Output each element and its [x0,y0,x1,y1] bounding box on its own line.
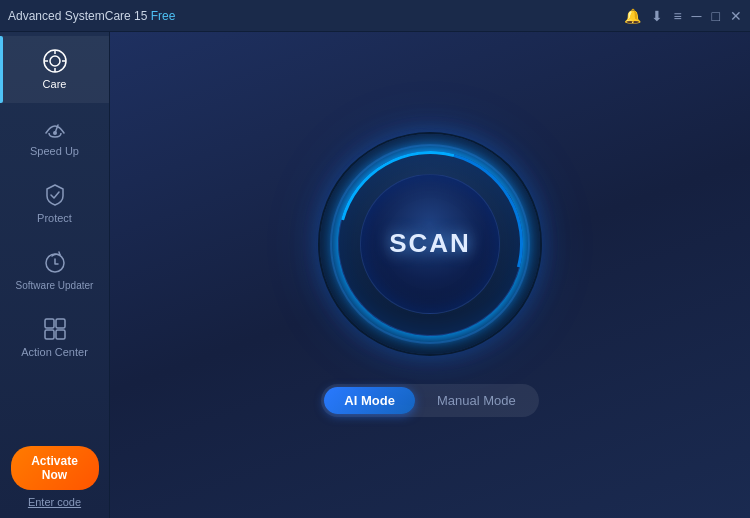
app-title: Advanced SystemCare 15 [8,9,147,23]
scan-ring-middle: SCAN [338,151,523,336]
software-updater-label: Software Updater [16,280,94,292]
action-center-icon [42,316,68,342]
mode-toggle: AI Mode Manual Mode [321,384,538,417]
main-layout: Care Speed Up Protect [0,32,750,518]
care-label: Care [43,78,67,91]
sidebar-item-action-center[interactable]: Action Center [0,304,109,371]
scan-inner: SCAN [360,174,500,314]
close-icon[interactable]: ✕ [730,8,742,24]
activate-now-button[interactable]: Activate Now [11,446,99,490]
svg-point-1 [50,56,60,66]
minimize-icon[interactable]: ─ [692,8,702,24]
titlebar-controls: 🔔 ⬇ ≡ ─ □ ✕ [624,8,742,24]
svg-rect-8 [45,319,54,328]
enter-code-link[interactable]: Enter code [28,496,81,508]
active-indicator [0,36,3,103]
svg-rect-10 [45,330,54,339]
sidebar-item-speed-up[interactable]: Speed Up [0,103,109,170]
sidebar-item-protect[interactable]: Protect [0,170,109,237]
software-updater-icon [42,250,68,276]
svg-point-6 [53,131,57,135]
titlebar: Advanced SystemCare 15 Free 🔔 ⬇ ≡ ─ □ ✕ [0,0,750,32]
speed-up-icon [42,115,68,141]
titlebar-title: Advanced SystemCare 15 Free [8,9,175,23]
titlebar-left: Advanced SystemCare 15 Free [8,9,175,23]
svg-rect-11 [56,330,65,339]
sidebar-item-care[interactable]: Care [0,36,109,103]
svg-rect-9 [56,319,65,328]
ai-mode-button[interactable]: AI Mode [324,387,415,414]
download-icon[interactable]: ⬇ [651,8,663,24]
care-icon [42,48,68,74]
sidebar: Care Speed Up Protect [0,32,110,518]
speed-up-label: Speed Up [30,145,79,158]
sidebar-item-software-updater[interactable]: Software Updater [0,238,109,304]
content-area: SCAN AI Mode Manual Mode [110,32,750,518]
protect-icon [42,182,68,208]
scan-button[interactable]: SCAN [320,134,540,354]
action-center-label: Action Center [21,346,88,359]
menu-icon[interactable]: ≡ [673,8,681,24]
manual-mode-button[interactable]: Manual Mode [417,387,536,414]
scan-label: SCAN [389,228,471,259]
sidebar-bottom: Activate Now Enter code [0,446,109,518]
app-edition: Free [147,9,175,23]
bell-icon[interactable]: 🔔 [624,8,641,24]
protect-label: Protect [37,212,72,225]
maximize-icon[interactable]: □ [712,8,720,24]
